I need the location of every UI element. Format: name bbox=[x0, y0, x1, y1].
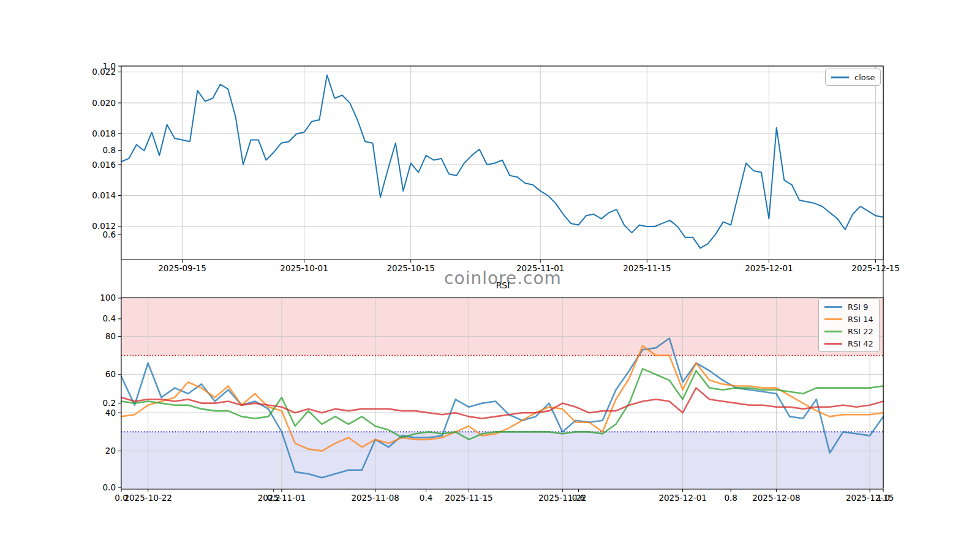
oversold-band bbox=[121, 432, 883, 489]
tick-label: 20 bbox=[105, 446, 116, 455]
tick-label: 0.014 bbox=[92, 190, 116, 200]
legend-item: close bbox=[831, 72, 875, 82]
rsi-legend: RSI 9RSI 14RSI 22RSI 42 bbox=[818, 298, 880, 352]
tick-label: 0.4 bbox=[103, 313, 116, 323]
tick-label: 0.0 bbox=[115, 493, 127, 503]
legend-line-sample bbox=[824, 331, 842, 332]
tick-label: 2025-12-08 bbox=[752, 493, 800, 503]
tick-label: 0.4 bbox=[420, 493, 432, 503]
legend-label: RSI 9 bbox=[848, 302, 869, 312]
tick-label: 2025-10-22 bbox=[124, 493, 172, 503]
tick-label: 2025-11-01 bbox=[258, 493, 306, 503]
legend-item: RSI 14 bbox=[824, 314, 873, 324]
tick-label: 0.018 bbox=[92, 129, 116, 138]
tick-label: 40 bbox=[105, 408, 116, 418]
legend-label: RSI 14 bbox=[848, 315, 873, 324]
tick-label: 2025-12-15 bbox=[851, 263, 899, 273]
tick-label: 2025-12-01 bbox=[658, 493, 706, 503]
legend-line-sample bbox=[824, 306, 842, 308]
legend-line-sample bbox=[824, 318, 842, 320]
tick-label: 2025-09-15 bbox=[158, 263, 206, 273]
tick-label: 0.2 bbox=[267, 493, 280, 503]
legend-label: close bbox=[854, 73, 875, 82]
tick-label: 0.0 bbox=[103, 482, 116, 492]
overbought-band bbox=[121, 298, 883, 356]
tick-label: 80 bbox=[105, 331, 116, 341]
tick-label: 0.020 bbox=[92, 98, 116, 108]
tick-label: 100 bbox=[100, 293, 116, 302]
tick-label: 1.0 bbox=[103, 61, 116, 71]
tick-label: 2025-12-01 bbox=[745, 263, 793, 273]
tick-label: 2025-11-08 bbox=[351, 493, 399, 503]
tick-label: 0.8 bbox=[103, 145, 116, 155]
rsi-chart-title: RSI bbox=[496, 280, 510, 290]
legend-item: RSI 42 bbox=[824, 339, 873, 348]
tick-label: 60 bbox=[105, 369, 116, 379]
legend-item: RSI 22 bbox=[824, 326, 873, 336]
price-legend: close bbox=[825, 69, 881, 86]
tick-label: 0.016 bbox=[92, 160, 116, 170]
tick-label: 0.2 bbox=[103, 398, 116, 408]
legend-label: RSI 22 bbox=[848, 327, 873, 336]
tick-label: 2025-10-01 bbox=[280, 263, 328, 273]
figure: 0.0120.0140.0160.0180.0200.0222025-09-15… bbox=[0, 0, 980, 551]
tick-label: 2025-11-15 bbox=[445, 493, 492, 503]
legend-line-sample bbox=[831, 77, 849, 78]
tick-label: 0.6 bbox=[103, 230, 116, 239]
legend-line-sample bbox=[824, 343, 842, 345]
legend-item: RSI 9 bbox=[824, 302, 873, 312]
tick-label: 2025-10-15 bbox=[386, 263, 434, 273]
tick-label: 0.8 bbox=[724, 493, 737, 503]
tick-label: 1.0 bbox=[876, 493, 889, 503]
price-chart bbox=[118, 66, 883, 263]
legend-label: RSI 42 bbox=[848, 339, 873, 348]
tick-label: 0.6 bbox=[572, 493, 585, 503]
rsi-chart bbox=[118, 298, 883, 492]
tick-label: 2025-11-15 bbox=[623, 263, 671, 273]
